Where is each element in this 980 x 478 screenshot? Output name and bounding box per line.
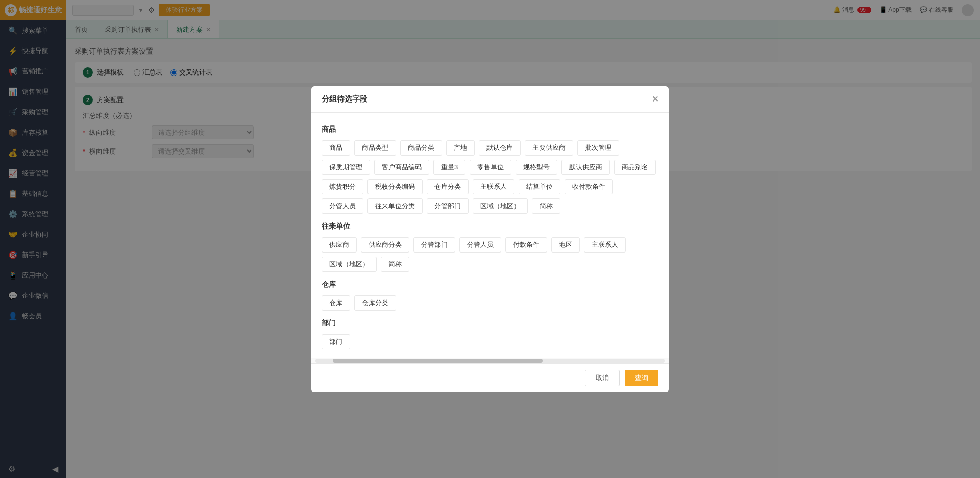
field-tag-分管人员[interactable]: 分管人员 bbox=[459, 237, 501, 253]
modal-hscroll bbox=[311, 358, 669, 363]
field-tag-分管部门[interactable]: 分管部门 bbox=[427, 198, 469, 214]
confirm-button[interactable]: 查询 bbox=[625, 370, 658, 386]
field-tag-收付款条件[interactable]: 收付款条件 bbox=[565, 179, 613, 194]
modal-overlay: 分组待选字段 ✕ 商品商品商品类型商品分类产地默认仓库主要供应商批次管理保质期管… bbox=[0, 0, 980, 478]
field-tag-批次管理[interactable]: 批次管理 bbox=[577, 140, 619, 156]
field-tag-付款条件[interactable]: 付款条件 bbox=[505, 237, 547, 253]
field-group-department: 部门 bbox=[322, 334, 658, 349]
field-tag-税收分类编码[interactable]: 税收分类编码 bbox=[368, 179, 423, 194]
field-selection-modal: 分组待选字段 ✕ 商品商品商品类型商品分类产地默认仓库主要供应商批次管理保质期管… bbox=[311, 86, 669, 392]
field-tag-保质期管理[interactable]: 保质期管理 bbox=[322, 160, 370, 175]
field-tag-主联系人[interactable]: 主联系人 bbox=[584, 237, 626, 253]
hscroll-thumb bbox=[333, 359, 542, 363]
field-group-product: 商品商品类型商品分类产地默认仓库主要供应商批次管理保质期管理客户商品编码重量3零… bbox=[322, 140, 658, 214]
field-tag-规格型号[interactable]: 规格型号 bbox=[516, 160, 557, 175]
field-tag-部门[interactable]: 部门 bbox=[322, 334, 350, 349]
field-tag-区域（地区）[interactable]: 区域（地区） bbox=[322, 257, 377, 272]
field-tag-炼货积分[interactable]: 炼货积分 bbox=[322, 179, 363, 194]
field-tag-主联系人[interactable]: 主联系人 bbox=[473, 179, 514, 194]
field-tag-零售单位[interactable]: 零售单位 bbox=[470, 160, 511, 175]
field-tag-分管部门[interactable]: 分管部门 bbox=[413, 237, 455, 253]
field-group-partner: 供应商供应商分类分管部门分管人员付款条件地区主联系人区域（地区）简称 bbox=[322, 237, 658, 272]
field-tag-商品类型[interactable]: 商品类型 bbox=[354, 140, 396, 156]
cancel-button[interactable]: 取消 bbox=[585, 370, 620, 386]
field-group-warehouse: 仓库仓库分类 bbox=[322, 295, 658, 311]
modal-footer: 取消 查询 bbox=[311, 363, 669, 392]
modal-header: 分组待选字段 ✕ bbox=[311, 86, 669, 113]
field-tag-供应商[interactable]: 供应商 bbox=[322, 237, 357, 253]
field-tag-商品别名[interactable]: 商品别名 bbox=[614, 160, 656, 175]
field-tag-商品[interactable]: 商品 bbox=[322, 140, 350, 156]
section-title-department: 部门 bbox=[322, 319, 658, 328]
section-title-partner: 往来单位 bbox=[322, 222, 658, 231]
field-tag-默认仓库[interactable]: 默认仓库 bbox=[479, 140, 521, 156]
field-tag-简称[interactable]: 简称 bbox=[381, 257, 409, 272]
field-tag-供应商分类[interactable]: 供应商分类 bbox=[361, 237, 409, 253]
section-title-warehouse: 仓库 bbox=[322, 280, 658, 289]
field-tag-产地[interactable]: 产地 bbox=[446, 140, 475, 156]
field-tag-主要供应商[interactable]: 主要供应商 bbox=[525, 140, 573, 156]
section-title-product: 商品 bbox=[322, 125, 658, 134]
field-tag-重量3[interactable]: 重量3 bbox=[433, 160, 465, 175]
field-tag-商品分类[interactable]: 商品分类 bbox=[400, 140, 442, 156]
field-tag-仓库分类[interactable]: 仓库分类 bbox=[427, 179, 469, 194]
field-tag-仓库分类[interactable]: 仓库分类 bbox=[354, 295, 396, 311]
field-tag-结算单位[interactable]: 结算单位 bbox=[519, 179, 560, 194]
hscroll-track bbox=[315, 359, 665, 363]
field-tag-往来单位分类[interactable]: 往来单位分类 bbox=[368, 198, 423, 214]
modal-title: 分组待选字段 bbox=[322, 94, 368, 104]
modal-close-btn[interactable]: ✕ bbox=[652, 94, 658, 104]
modal-body[interactable]: 商品商品商品类型商品分类产地默认仓库主要供应商批次管理保质期管理客户商品编码重量… bbox=[311, 113, 669, 358]
field-tag-区域（地区）[interactable]: 区域（地区） bbox=[473, 198, 528, 214]
field-tag-仓库[interactable]: 仓库 bbox=[322, 295, 350, 311]
field-tag-客户商品编码[interactable]: 客户商品编码 bbox=[374, 160, 429, 175]
field-tag-简称[interactable]: 简称 bbox=[532, 198, 560, 214]
field-tag-默认供应商[interactable]: 默认供应商 bbox=[561, 160, 610, 175]
field-tag-地区[interactable]: 地区 bbox=[551, 237, 580, 253]
field-tag-分管人员[interactable]: 分管人员 bbox=[322, 198, 363, 214]
